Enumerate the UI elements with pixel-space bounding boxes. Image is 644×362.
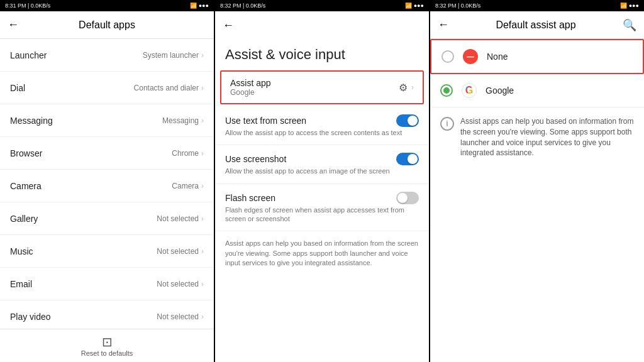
top-bar-2: ← [215,11,429,39]
flash-screen-toggle[interactable] [396,192,419,204]
chevron-6: › [201,247,204,256]
chevron-7: › [201,280,204,288]
status-bar-3: 8:32 PM | 0.0KB/s 📶 ●●● [430,0,644,11]
status-icons-1: 📶 ●●● [190,3,209,9]
assist-app-main: Assist app [230,78,271,88]
assist-info-row: i Assist apps can help you based on info… [430,107,644,167]
reset-icon: ⊡ [102,334,113,349]
reset-label: Reset to defaults [81,349,133,357]
chevron-icon: › [411,83,414,92]
row-label-0: Launcher [10,50,47,60]
assist-app-row[interactable]: Assist app Google ⚙ › [220,70,424,104]
use-screenshot-row: Use screenshot Allow the assist app to a… [215,145,429,184]
settings-row-0[interactable]: Launcher System launcher › [0,39,214,72]
settings-row-6[interactable]: Music Not selected › [0,235,214,268]
none-label: None [487,52,508,62]
status-bar-1: 8:31 PM | 0.0KB/s 📶 ●●● [0,0,214,11]
settings-row-3[interactable]: Browser Chrome › [0,137,214,170]
chevron-3: › [201,149,204,158]
phone-3: 8:32 PM | 0.0KB/s 📶 ●●● ← Default assist… [430,0,644,362]
assist-info-desc: Assist apps can help you based on inform… [460,116,634,158]
status-time-3: 8:32 PM | 0.0KB/s [435,3,480,9]
search-icon[interactable]: 🔍 [623,18,636,32]
row-label-8: Play video [10,312,51,322]
none-option-row[interactable]: — None [430,39,644,74]
phone-1: 8:31 PM | 0.0KB/s 📶 ●●● ← Default apps L… [0,0,214,362]
chevron-2: › [201,116,204,125]
row-value-2: Messaging › [162,116,204,125]
row-value-0: System launcher › [143,51,204,60]
use-screenshot-desc: Allow the assist app to access an image … [225,167,419,175]
info-icon: i [440,117,454,131]
row-label-3: Browser [10,148,42,158]
use-text-row: Use text from screen Allow the assist ap… [215,107,429,145]
none-icon: — [463,49,478,64]
assist-app-label: Assist app Google [230,78,271,97]
top-bar-1: ← Default apps [0,11,214,39]
chevron-5: › [201,214,204,223]
use-text-title: Use text from screen [225,116,306,126]
back-button-3[interactable]: ← [438,18,449,31]
status-time-1: 8:31 PM | 0.0KB/s [5,3,50,9]
use-screenshot-toggle[interactable] [396,153,419,165]
chevron-1: › [201,84,204,92]
row-label-2: Messaging [10,116,53,126]
google-option-row[interactable]: G Google [430,74,644,107]
none-radio[interactable] [441,50,454,63]
status-time-2: 8:32 PM | 0.0KB/s [220,3,265,9]
status-bar-2: 8:32 PM | 0.0KB/s 📶 ●●● [215,0,429,11]
row-value-8: Not selected › [157,312,204,321]
chevron-4: › [201,182,204,190]
google-radio[interactable] [440,84,453,97]
google-label: Google [486,85,514,96]
assist-voice-content: Assist & voice input Assist app Google ⚙… [215,39,429,362]
row-label-5: Gallery [10,214,38,224]
top-bar-3: ← Default assist app 🔍 [430,11,644,39]
page-title-1: Default apps [19,19,195,31]
chevron-0: › [201,51,204,60]
settings-row-4[interactable]: Camera Camera › [0,170,214,202]
assist-app-icons: ⚙ › [399,82,414,94]
back-button-2[interactable]: ← [223,19,234,32]
row-value-7: Not selected › [157,280,204,288]
settings-list-1: Launcher System launcher › Dial Contacts… [0,39,214,329]
row-label-4: Camera [10,181,42,191]
assist-voice-title: Assist & voice input [215,39,429,68]
use-text-toggle[interactable] [396,114,419,127]
chevron-8: › [201,312,204,321]
settings-row-7[interactable]: Email Not selected › [0,268,214,300]
google-icon: G [462,83,477,98]
flash-screen-title: Flash screen [225,193,275,203]
row-value-1: Contacts and dialer › [134,84,204,92]
page-title-3: Default assist app [449,19,623,31]
settings-row-1[interactable]: Dial Contacts and dialer › [0,72,214,104]
use-text-desc: Allow the assist app to access the scree… [225,128,419,137]
row-value-4: Camera › [172,182,204,190]
row-label-1: Dial [10,83,25,93]
flash-screen-desc: Flash edges of screen when assist app ac… [225,206,419,224]
reset-defaults-button[interactable]: ⊡ Reset to defaults [0,329,214,362]
row-value-3: Chrome › [172,149,204,158]
row-label-6: Music [10,246,33,256]
settings-row-5[interactable]: Gallery Not selected › [0,202,214,235]
gear-icon[interactable]: ⚙ [399,82,408,94]
row-label-7: Email [10,279,32,289]
use-screenshot-title: Use screenshot [225,154,286,164]
settings-row-2[interactable]: Messaging Messaging › [0,104,214,137]
row-value-6: Not selected › [157,247,204,256]
phone-2: 8:32 PM | 0.0KB/s 📶 ●●● ← Assist & voice… [215,0,429,362]
assist-app-sub: Google [230,88,271,97]
assist-app-list: — None G Google i Assist apps can help y… [430,39,644,362]
flash-screen-row: Flash screen Flash edges of screen when … [215,184,429,232]
settings-row-8[interactable]: Play video Not selected › [0,300,214,329]
status-icons-2: 📶 ●●● [405,3,424,9]
status-icons-3: 📶 ●●● [620,3,639,9]
assist-info-text: Assist apps can help you based on inform… [215,231,429,275]
row-value-5: Not selected › [157,214,204,223]
back-button-1[interactable]: ← [8,18,19,31]
